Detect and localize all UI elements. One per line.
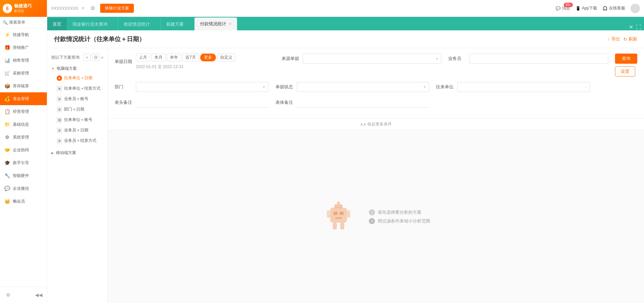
filter-partner: 往来单位 ···	[436, 82, 590, 92]
source-select[interactable]: ▼	[303, 54, 442, 64]
tab-bank-close[interactable]: ×	[110, 22, 113, 27]
this-year-btn[interactable]: 本年	[167, 54, 181, 61]
empty-tip-1: 1 请先选择要分析的方案	[369, 209, 430, 215]
add-scheme-button[interactable]: +	[83, 54, 91, 61]
sidebar-item-inventory[interactable]: 📦 库存核算	[0, 80, 47, 92]
collapse-scheme-button[interactable]: «	[101, 55, 104, 60]
sidebar-item-guide[interactable]: 🎓 新手引导	[0, 156, 47, 169]
tab-new[interactable]: 新建方案 ×	[161, 18, 195, 30]
sidebar-item-label: 销售管理	[13, 58, 29, 63]
status-select[interactable]: ▼	[297, 82, 430, 92]
sidebar-footer: ⚙ ◀◀	[0, 286, 47, 303]
fullscreen-button[interactable]: ⛶	[636, 24, 641, 30]
system-icon: ⚙	[4, 134, 10, 140]
sidebar-item-finance[interactable]: 💰 资金管理	[0, 92, 47, 105]
last-7-days-btn[interactable]: 近7天	[182, 54, 199, 61]
svg-point-5	[337, 202, 340, 204]
dropdown-arrow-icon: ▼	[81, 6, 85, 11]
tab-home[interactable]: 首页	[47, 18, 67, 30]
sidebar-item-sales[interactable]: 📊 销售管理	[0, 54, 47, 67]
body-note-input[interactable]	[297, 97, 430, 108]
topbar-right: 💬 消息 99+ 📱 App下载 🎧 在线客服	[556, 4, 640, 13]
sidebar-item-system[interactable]: ⚙ 系统管理	[0, 131, 47, 144]
tab-payment-close[interactable]: ×	[229, 22, 231, 26]
filter-status: 单据状态 ▼	[275, 82, 430, 92]
desktop-category[interactable]: ▼ 电脑端方案	[47, 64, 108, 73]
head-note-input[interactable]	[136, 97, 269, 108]
sidebar-item-operation[interactable]: 📋 经营管理	[0, 105, 47, 118]
manage-scheme-button[interactable]: ⚙	[92, 54, 99, 61]
trial-button[interactable]: 体验行业方案	[100, 4, 134, 13]
staff-select[interactable]: ···	[469, 54, 608, 64]
sidebar-item-member[interactable]: 👑 畅会员	[0, 195, 47, 208]
sidebar-item-shortcut[interactable]: ⚡ 快捷导航	[0, 28, 47, 41]
custom-date-btn[interactable]: 自定义	[217, 54, 235, 61]
sidebar-item-purchase[interactable]: 🛒 采购管理	[0, 67, 47, 80]
scheme-partner-settle-label: 往来单位＋结算方式	[64, 86, 100, 91]
shortcut-icon: ⚡	[4, 32, 10, 38]
settings-button[interactable]: ⚙	[3, 290, 13, 300]
scheme-partner-settle[interactable]: ■ 往来单位＋结算方式	[47, 83, 108, 94]
svg-rect-2	[340, 212, 344, 215]
svg-rect-7	[347, 210, 350, 218]
tab-receipt-label: 收款情况统计	[124, 21, 150, 27]
app-download-button[interactable]: 📱 App下载	[576, 5, 597, 11]
sidebar: 6 畅捷通巧 标准版 🔍 搜索菜单 ⚡ 快捷导航 🎁 营销推广 📊 销售管理 🛒…	[0, 0, 47, 303]
guide-icon: 🎓	[4, 160, 10, 166]
refresh-icon: ↻	[623, 37, 627, 42]
collapse-filter-button[interactable]: ∧∧ 收起更多条件	[108, 118, 644, 130]
tip-num-1: 1	[369, 209, 375, 215]
sidebar-item-wechat[interactable]: 💬 企业微信	[0, 182, 47, 195]
scheme-partner-date[interactable]: ● 往来单位＋日期	[47, 73, 108, 83]
close-all-tabs-button[interactable]: ✕	[629, 24, 633, 30]
refresh-button[interactable]: ↻ 刷新	[623, 36, 637, 42]
this-month-btn[interactable]: 本月	[151, 54, 166, 61]
sidebar-item-hardware[interactable]: 🔧 智能硬件	[0, 169, 47, 182]
source-arrow-icon: ▼	[435, 57, 438, 61]
mobile-category[interactable]: ▶ 移动端方案	[47, 149, 108, 157]
user-avatar[interactable]	[631, 4, 640, 13]
scheme-staff-account[interactable]: ■ 业务员＋账号	[47, 94, 108, 104]
sidebar-item-marketing[interactable]: 🎁 营销推广	[0, 41, 47, 54]
tab-receipt-close[interactable]: ×	[153, 22, 155, 27]
more-date-btn[interactable]: 更多	[200, 54, 216, 61]
sidebar-search[interactable]: 🔍 搜索菜单	[0, 17, 47, 28]
sidebar-item-basic[interactable]: 📁 基础信息	[0, 118, 47, 131]
last-month-btn[interactable]: 上月	[136, 54, 150, 61]
dept-select[interactable]: ▼	[136, 82, 269, 92]
setting-button[interactable]: 设置	[615, 66, 635, 77]
message-button[interactable]: 💬 消息 99+	[556, 5, 570, 11]
scheme-staff-settle[interactable]: ■ 业务员＋结算方式	[47, 135, 108, 146]
collab-icon: 🤝	[4, 147, 10, 153]
tab-bar: 首页 现金银行流水查询 × 收款情况统计 × 新建方案 × 付款情况统计 × ✕…	[47, 17, 644, 30]
export-button[interactable]: ↑ 导出	[608, 36, 620, 42]
partner-select[interactable]: ···	[457, 82, 590, 92]
purchase-icon: 🛒	[4, 70, 10, 76]
sidebar-header: 6 畅捷通巧 标准版	[0, 0, 47, 17]
sidebar-item-label: 企业协同	[13, 147, 29, 153]
scheme-staff-date[interactable]: ■ 业务员＋日期	[47, 125, 108, 135]
tab-new-close[interactable]: ×	[186, 22, 189, 27]
mobile-category-arrow-icon: ▶	[51, 151, 54, 155]
svg-rect-0	[330, 208, 347, 223]
query-button[interactable]: 查询	[615, 54, 637, 64]
sidebar-item-collab[interactable]: 🤝 企业协同	[0, 144, 47, 156]
app-label: App下载	[582, 5, 597, 11]
gear-button[interactable]: ⚙	[88, 4, 97, 13]
tab-receipt[interactable]: 收款情况统计 ×	[118, 18, 161, 30]
tab-bank[interactable]: 现金银行流水查询 ×	[67, 18, 118, 30]
scheme-bar-icon: ▦	[57, 117, 62, 123]
app-icon: 📱	[576, 6, 581, 11]
scheme-dept-date[interactable]: ■ 部门＋日期	[47, 104, 108, 115]
sidebar-item-label: 采购管理	[13, 70, 29, 76]
category-arrow-icon: ▼	[51, 67, 55, 70]
head-note-label: 表头备注	[115, 99, 133, 105]
partner-label: 往来单位	[436, 84, 455, 90]
tab-payment[interactable]: 付款情况统计 ×	[195, 18, 237, 30]
scheme-partner-account[interactable]: ▦ 往来单位＋账号	[47, 115, 108, 125]
service-button[interactable]: 🎧 在线客服	[603, 5, 625, 11]
collapse-sidebar-button[interactable]: ◀◀	[34, 290, 43, 300]
sidebar-item-label: 库存核算	[13, 83, 29, 89]
filter-source: 来源单据 ▼	[282, 54, 442, 64]
filter-date: 单据日期 上月 本月 本年 近7天 更多 自定义	[115, 54, 275, 70]
